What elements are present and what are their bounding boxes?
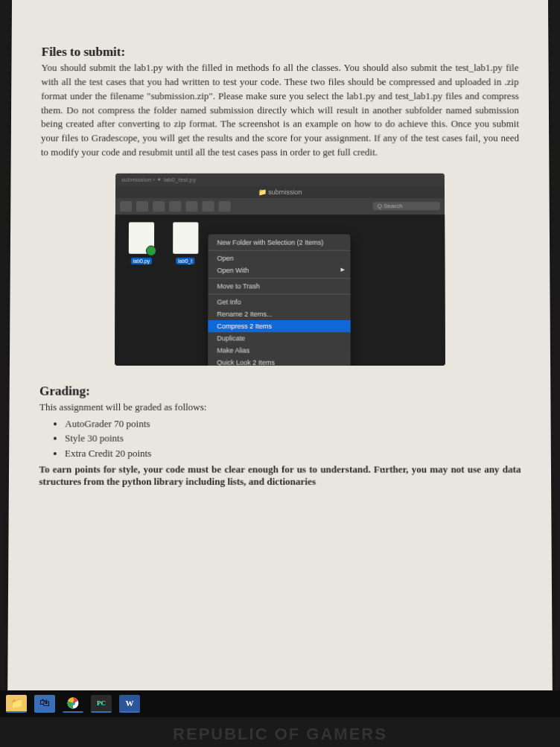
list-item: AutoGrader 70 points: [65, 416, 521, 431]
gear-icon[interactable]: [185, 201, 197, 212]
chrome-icon[interactable]: [63, 695, 83, 713]
windows-taskbar[interactable]: 📁 🛍 PC W: [0, 690, 560, 717]
style-note: To earn points for style, your code must…: [39, 464, 521, 489]
file-lab0py[interactable]: lab0.py: [123, 222, 160, 264]
menu-open[interactable]: Open: [208, 252, 350, 264]
menu-separator: [208, 293, 350, 294]
finder-content: lab0.py lab0_t New Folder with Selection…: [115, 214, 445, 366]
context-menu: New Folder with Selection (2 Items) Open…: [208, 234, 351, 365]
list-item: Extra Credit 20 points: [65, 446, 521, 461]
heading-files: Files to submit:: [42, 45, 519, 60]
store-icon[interactable]: 🛍: [34, 695, 55, 713]
file-label: lab0.py: [130, 258, 152, 264]
menu-get-info[interactable]: Get Info: [208, 296, 350, 308]
file-lab0test[interactable]: lab0_t: [167, 222, 204, 264]
grading-intro: This assignment will be graded as follow…: [39, 401, 521, 415]
search-input[interactable]: Q Search: [373, 203, 440, 211]
file-label: lab0_t: [176, 258, 194, 264]
view-column-icon[interactable]: [153, 201, 165, 212]
finder-toolbar: Q Search: [115, 198, 445, 214]
finder-window: submission › ✦ lab0_test.py 📁 submission…: [115, 174, 445, 366]
file-document-icon: [129, 222, 154, 253]
menu-trash[interactable]: Move to Trash: [208, 280, 350, 292]
view-list-icon[interactable]: [120, 201, 132, 212]
laptop-bezel-brand: REPUBLIC OF GAMERS: [0, 725, 560, 744]
document-page: Files to submit: You should submit the l…: [7, 0, 553, 696]
example-screenshot: submission › ✦ lab0_test.py 📁 submission…: [115, 174, 445, 366]
heading-grading: Grading:: [39, 384, 521, 398]
word-icon[interactable]: W: [119, 695, 140, 713]
menu-duplicate[interactable]: Duplicate: [208, 332, 351, 344]
list-item: Style 30 points: [65, 431, 521, 446]
menu-separator: [208, 278, 350, 279]
menu-quick-look[interactable]: Quick Look 2 Items: [208, 357, 351, 366]
tag-icon[interactable]: [219, 201, 231, 212]
file-explorer-icon[interactable]: 📁: [6, 695, 27, 713]
menu-separator: [208, 250, 350, 251]
view-grid-icon[interactable]: [136, 201, 148, 212]
menu-new-folder[interactable]: New Folder with Selection (2 Items): [208, 236, 350, 248]
menu-open-with[interactable]: Open With: [208, 264, 350, 276]
menu-alias[interactable]: Make Alias: [208, 344, 351, 356]
app-icon[interactable]: PC: [91, 695, 112, 713]
menu-rename[interactable]: Rename 2 Items...: [208, 308, 350, 320]
paragraph-submit: You should submit the lab1.py with the f…: [41, 61, 519, 160]
grading-list: AutoGrader 70 points Style 30 points Ext…: [65, 416, 521, 461]
view-gallery-icon[interactable]: [169, 201, 181, 212]
menu-compress[interactable]: Compress 2 Items: [208, 320, 350, 332]
finder-path-bar: submission › ✦ lab0_test.py: [115, 174, 445, 186]
file-document-icon: [173, 222, 198, 253]
share-icon[interactable]: [202, 201, 214, 212]
finder-title-bar: 📁 submission: [115, 186, 445, 198]
